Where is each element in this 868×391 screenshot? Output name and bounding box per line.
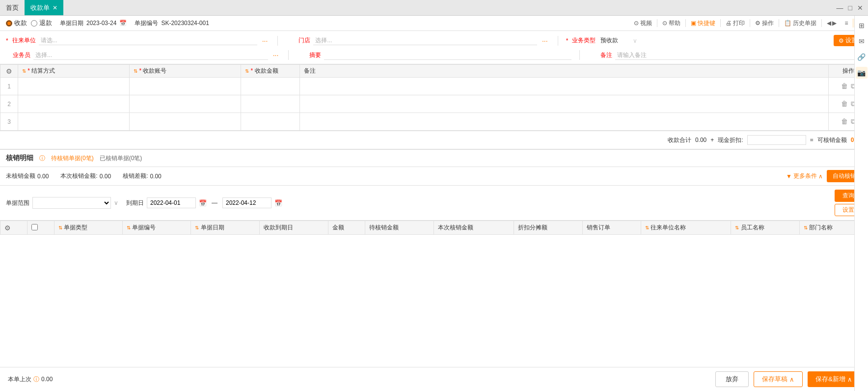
counterpart-more-btn[interactable]: ··· — [260, 37, 270, 45]
next-btn[interactable]: ▶ — [832, 20, 837, 27]
td-payment-3[interactable] — [18, 113, 130, 131]
prev-btn[interactable]: ◀ — [827, 20, 831, 27]
save-new-label: 保存&新增 — [815, 375, 845, 384]
td-payment-2[interactable] — [18, 95, 130, 113]
print-btn[interactable]: 🖨 打印 — [726, 19, 745, 28]
td-amount-2[interactable] — [241, 95, 300, 113]
save-new-btn[interactable]: 保存&新增 ∧ — [808, 371, 860, 387]
shortcut-btn[interactable]: ▣ 快捷键 — [691, 19, 715, 28]
abandon-btn[interactable]: 放弃 — [715, 371, 749, 387]
maximize-icon[interactable]: □ — [848, 4, 852, 12]
bottom-info: 本单上次 ⓘ 0.00 — [8, 375, 53, 384]
th-account-number: ⇅ * 收款账号 — [130, 65, 241, 78]
td-account-2[interactable] — [130, 95, 241, 113]
delete-icon-1[interactable]: 🗑 — [841, 82, 848, 90]
refund-mode-radio[interactable]: 退款 — [31, 19, 52, 28]
salesperson-input[interactable] — [33, 51, 268, 60]
help-btn[interactable]: ⊙ 帮助 — [662, 19, 680, 28]
total-value: 0.00 — [695, 137, 706, 143]
save-draft-chevron: ∧ — [789, 376, 794, 383]
tab-close-icon[interactable]: ✕ — [53, 4, 57, 11]
th-payment-method: ⇅ * 结算方式 — [18, 65, 130, 78]
current-value: 0.00 — [100, 173, 111, 180]
summary-input[interactable] — [324, 51, 571, 60]
date-to-input[interactable] — [222, 197, 271, 208]
info-icon-bottom[interactable]: ⓘ — [33, 375, 39, 384]
field-sep2 — [558, 36, 558, 46]
operation-icon: ⚙ — [755, 20, 760, 27]
receipt-mode-radio[interactable]: 收款 — [6, 19, 27, 28]
note-input[interactable] — [615, 51, 862, 60]
th-note: 备注 — [300, 65, 829, 78]
sidebar-table-icon[interactable]: ⊞ — [856, 20, 868, 31]
td-note-1[interactable] — [300, 78, 829, 95]
rth-discount: 折扣分摊额 — [514, 221, 583, 235]
recon-header-row: ⚙ ⇅ 单据类型 ⇅ 单据编号 — [0, 221, 868, 235]
calendar-icon[interactable]: 📅 — [119, 20, 127, 27]
table-section: ⚙ ⇅ * 结算方式 ⇅ * 收款账号 — [0, 64, 868, 149]
info-icon[interactable]: ⓘ — [39, 154, 45, 163]
td-account-3[interactable] — [130, 113, 241, 131]
business-type-chevron[interactable]: ∨ — [633, 37, 637, 44]
mode-radio-group: 收款 退款 — [6, 19, 52, 28]
filter-icon: ▼ — [786, 173, 792, 180]
table-row: 3 🗑 ⧉ — [0, 113, 868, 131]
list-layout-icon[interactable]: ≡ — [841, 19, 851, 28]
rth-checkbox — [27, 221, 54, 235]
bottom-right: 放弃 保存草稿 ∧ 保存&新增 ∧ — [715, 371, 860, 387]
table-settings-icon[interactable]: ⚙ — [6, 67, 12, 75]
td-payment-1[interactable] — [18, 78, 130, 95]
tab-receipt[interactable]: 收款单 ✕ — [25, 0, 63, 15]
td-amount-3[interactable] — [241, 113, 300, 131]
number-value[interactable]: SK-20230324-001 — [161, 20, 209, 27]
sidebar-email-icon[interactable]: ✉ — [856, 35, 868, 47]
counterpart-label: 往来单位 — [11, 36, 36, 45]
delete-icon-2[interactable]: 🗑 — [841, 100, 848, 108]
tab-home[interactable]: 首页 — [0, 0, 25, 15]
recon-table-container: ⚙ ⇅ 单据类型 ⇅ 单据编号 — [0, 221, 868, 367]
sidebar-screenshot-icon[interactable]: 📷 — [856, 67, 868, 79]
range-select[interactable] — [32, 197, 111, 209]
tab-receipt-label: 收款单 — [30, 3, 50, 12]
field-sep3 — [288, 50, 289, 60]
help-icon: ⊙ — [662, 20, 667, 27]
salesperson-more-btn[interactable]: ··· — [271, 51, 281, 59]
recon-settings-icon[interactable]: ⚙ — [4, 224, 11, 232]
td-note-3[interactable] — [300, 113, 829, 131]
recon-select-all[interactable] — [31, 224, 38, 230]
due-date-label: 到期日 — [126, 199, 144, 207]
video-btn[interactable]: ⊙ 视频 — [634, 19, 652, 28]
current-value: 0.00 — [41, 376, 53, 383]
toolbar: 收款 退款 单据日期 2023-03-24 📅 单据编号 SK-20230324… — [0, 16, 868, 31]
date-dash: — — [212, 199, 217, 206]
td-amount-1[interactable] — [241, 78, 300, 95]
recon-stats: 未核销金额 0.00 本次核销金额: 0.00 核销差额: 0.00 ▼ 更多条… — [0, 167, 868, 186]
date-value[interactable]: 2023-03-24 — [86, 20, 116, 27]
sidebar-link-icon[interactable]: 🔗 — [856, 51, 868, 63]
calendar-to-icon[interactable]: 📅 — [274, 199, 282, 207]
counterpart-input[interactable] — [39, 36, 257, 45]
calendar-from-icon[interactable]: 📅 — [199, 199, 207, 207]
operation-btn[interactable]: ⚙ 操作 — [755, 19, 774, 28]
more-conditions-btn[interactable]: ▼ 更多条件 ∧ — [786, 172, 823, 180]
discount-input[interactable] — [747, 135, 806, 145]
date-label: 单据日期 — [60, 19, 83, 28]
done-tab[interactable]: 已核销单据(0笔) — [100, 154, 142, 163]
save-draft-btn[interactable]: 保存草稿 ∧ — [754, 371, 803, 387]
form-row-1: * 往来单位 ··· 门店 ··· * 业务类型 预收款 ∨ — [6, 35, 862, 46]
store-input[interactable] — [313, 36, 537, 45]
td-account-1[interactable] — [130, 78, 241, 95]
store-more-btn[interactable]: ··· — [540, 37, 550, 45]
history-btn[interactable]: 📋 历史单据 — [784, 19, 816, 28]
minimize-icon[interactable]: — — [837, 4, 843, 12]
recon-table: ⚙ ⇅ 单据类型 ⇅ 单据编号 — [0, 221, 868, 235]
recon-title: 核销明细 — [6, 154, 33, 163]
total-label: 收款合计 — [668, 136, 691, 144]
date-from-input[interactable] — [147, 197, 196, 208]
td-note-2[interactable] — [300, 95, 829, 113]
pending-tab[interactable]: 待核销单据(0笔) — [51, 154, 94, 163]
counterpart-required-star: * — [6, 37, 8, 44]
delete-icon-3[interactable]: 🗑 — [841, 117, 848, 126]
close-icon[interactable]: ✕ — [857, 4, 863, 12]
refund-mode-label: 退款 — [39, 19, 52, 28]
